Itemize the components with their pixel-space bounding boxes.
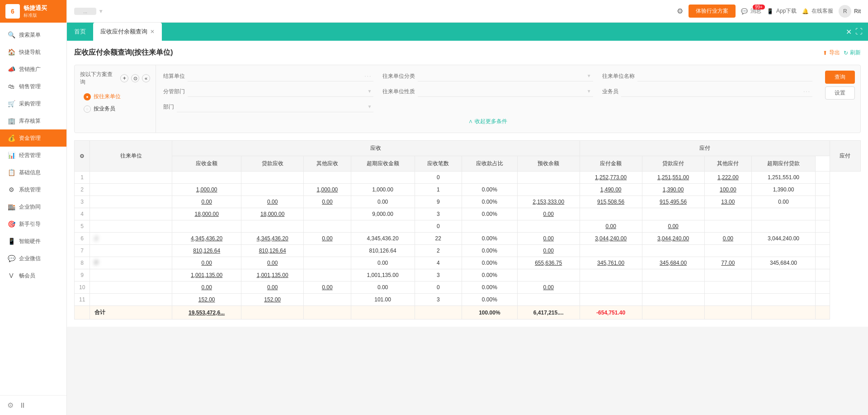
sidebar-item-basic-info[interactable]: 📋 基础信息	[0, 164, 66, 181]
salesperson-dots: ···	[803, 88, 811, 95]
department-arrow: ▼	[367, 104, 372, 109]
message-badge: 99+	[753, 5, 765, 10]
sidebar-collapse-icon[interactable]: ⏸	[19, 401, 26, 410]
refresh-button[interactable]: ↻ 刷新	[844, 49, 861, 57]
sidebar-label-member: 畅会员	[19, 272, 35, 280]
main-content: ... ▼ ⚙ 体验行业方案 💬 消息 99+ 📱 App下载 🔔 在线客服 R	[67, 0, 868, 415]
breadcrumb: ... ▼	[74, 8, 671, 15]
tab-ar-ap[interactable]: 应收应付余额查询 ✕	[93, 23, 162, 41]
th-other-payable: 其他应付	[704, 156, 752, 172]
filter-by-partner[interactable]: ● 按往来单位	[80, 91, 150, 103]
table-row: 30.000.000.000.0090.00%2,153,333.00915,5…	[75, 196, 861, 208]
supervise-dept-select[interactable]: ▼	[188, 86, 373, 97]
partner-name-input[interactable]	[637, 71, 812, 81]
filter-options: 按以下方案查询 + ⊙ « ● 按往来单位 ○ 按业务员	[75, 65, 156, 133]
topbar-gear-icon[interactable]: ⚙	[677, 7, 683, 15]
total-row: 合计 19,553,472,6... 100.00% 6,417,215....…	[75, 306, 861, 320]
sidebar-item-member[interactable]: V 畅会员	[0, 267, 66, 284]
table-row: 100.000.000.000.0000.00%0.00	[75, 281, 861, 294]
department-select[interactable]: ▼	[177, 101, 373, 112]
sidebar-item-weixin[interactable]: 💬 企业微信	[0, 250, 66, 267]
breadcrumb-arrow: ▼	[98, 8, 104, 14]
sidebar-item-inventory[interactable]: 🏢 库存核算	[0, 112, 66, 129]
settlement-unit-input[interactable]: ···	[188, 71, 373, 81]
partner-nature-label: 往来单位性质	[382, 88, 415, 95]
search-nav-icon: 🔍	[7, 31, 15, 39]
edit-scheme-btn[interactable]: ⊙	[131, 74, 139, 82]
sidebar-label-enterprise: 企业协同	[19, 203, 41, 211]
sidebar-nav: 🔍 搜索菜单 🏠 快捷导航 📣 营销推广 🛍 销售管理 🛒 采购管理 🏢	[0, 23, 66, 395]
app-download-label: App下载	[776, 7, 797, 15]
table-row: 418,000.0018,000.009,000.0030.00%0.00	[75, 208, 861, 220]
filter-by-salesperson[interactable]: ○ 按业务员	[80, 103, 150, 115]
sidebar-item-quick-nav[interactable]: 🏠 快捷导航	[0, 43, 66, 61]
partner-nature-arrow: ▼	[587, 89, 591, 94]
sidebar-item-guide[interactable]: 🎯 新手引导	[0, 215, 66, 233]
export-icon: ⬆	[823, 50, 827, 56]
sidebar-label-weixin: 企业微信	[19, 255, 41, 262]
th-advance-balance: 预收余额	[517, 156, 580, 172]
sidebar-item-system[interactable]: ⚙ 系统管理	[0, 181, 66, 198]
partner-category-select[interactable]: ▼	[418, 71, 593, 81]
sidebar-item-purchase[interactable]: 🛒 采购管理	[0, 95, 66, 112]
total-receivable-amount[interactable]: 19,553,472,6...	[172, 306, 241, 320]
th-receivable-count: 应收笔数	[415, 156, 462, 172]
sidebar-settings-icon[interactable]: ⚙	[7, 401, 14, 410]
online-service-label: 在线客服	[811, 7, 833, 15]
sidebar-item-sales[interactable]: 🛍 销售管理	[0, 78, 66, 95]
page-actions: ⬆ 导出 ↻ 刷新	[823, 49, 861, 57]
sidebar-item-hardware[interactable]: 📱 智能硬件	[0, 233, 66, 250]
sidebar-item-marketing[interactable]: 📣 营销推广	[0, 61, 66, 78]
more-scheme-btn[interactable]: «	[142, 74, 150, 82]
hardware-icon: 📱	[7, 237, 15, 245]
sidebar-label-search: 搜索菜单	[19, 31, 41, 39]
sales-icon: 🛍	[7, 82, 15, 91]
collapse-more-btn[interactable]: ∧ 收起更多条件	[163, 116, 812, 127]
tab-home[interactable]: 首页	[67, 23, 93, 41]
online-service-area[interactable]: 🔔 在线客服	[802, 7, 833, 15]
add-scheme-btn[interactable]: +	[120, 74, 128, 82]
sidebar-label-hardware: 智能硬件	[19, 238, 41, 245]
table-row: 21,000.001,000.001,000.0010.00%1,490.001…	[75, 184, 861, 196]
sidebar-header: 6 畅捷通买 标准版	[0, 0, 66, 23]
table-settings-header[interactable]: ⚙	[75, 141, 90, 172]
sidebar-item-finance[interactable]: 💰 资金管理	[0, 129, 66, 147]
tab-expand-icon[interactable]: ⛶	[855, 28, 863, 36]
sidebar-item-operations[interactable]: 📊 经营管理	[0, 147, 66, 164]
operations-icon: 📊	[7, 151, 15, 159]
export-button[interactable]: ⬆ 导出	[823, 49, 840, 57]
filter-supervise-dept: 分管部门 ▼	[163, 86, 373, 97]
receivable-group-header: 应收	[172, 141, 580, 156]
data-table: ⚙ 往来单位 应收 应付 应付 应收金额 贷款应收 其他应收	[74, 140, 861, 320]
query-button[interactable]: 查询	[825, 71, 855, 84]
user-area[interactable]: R Rit	[839, 5, 861, 18]
sidebar-label-sales: 销售管理	[19, 83, 41, 91]
table-row: 11152.00152.00101.0030.00%	[75, 294, 861, 306]
tab-close-window-icon[interactable]: ✕	[846, 28, 852, 36]
partner-column-header: 往来单位	[90, 141, 172, 172]
tab-bar: 首页 应收应付余额查询 ✕ ✕ ⛶	[67, 23, 868, 41]
member-icon: V	[7, 272, 15, 280]
sidebar-label-operations: 经营管理	[19, 152, 41, 159]
username: Rit	[854, 8, 861, 14]
sidebar-item-enterprise[interactable]: 🏬 企业协同	[0, 198, 66, 215]
breadcrumb-text: ...	[74, 8, 96, 15]
sidebar-label-basic-info: 基础信息	[19, 169, 41, 176]
salesperson-input[interactable]: ···	[621, 86, 812, 97]
setting-button[interactable]: 设置	[825, 86, 855, 100]
sidebar-item-search[interactable]: 🔍 搜索菜单	[0, 26, 66, 43]
table-row: 8P0.000.000.0040.00%655,636.75345,761.00…	[75, 257, 861, 269]
th-payable-amount: 应付金额	[580, 156, 642, 172]
filter-settlement-unit: 结算单位 ···	[163, 71, 373, 81]
total-advance-balance: 6,417,215....	[517, 306, 580, 320]
app-download-area[interactable]: 📱 App下载	[767, 7, 797, 15]
partner-nature-select[interactable]: ▼	[418, 86, 593, 97]
table-row: 91,001,135.001,001,135.001,001,135.0030.…	[75, 269, 861, 281]
th-overdue-receivable: 超期应收金额	[351, 156, 415, 172]
message-area[interactable]: 💬 消息 99+	[741, 7, 761, 15]
promo-button[interactable]: 体验行业方案	[689, 5, 736, 18]
th-receivable-amount: 应收金额	[172, 156, 241, 172]
tab-close-icon[interactable]: ✕	[150, 29, 155, 35]
table-settings-icon: ⚙	[80, 153, 85, 159]
tab-controls: ✕ ⛶	[846, 28, 868, 36]
